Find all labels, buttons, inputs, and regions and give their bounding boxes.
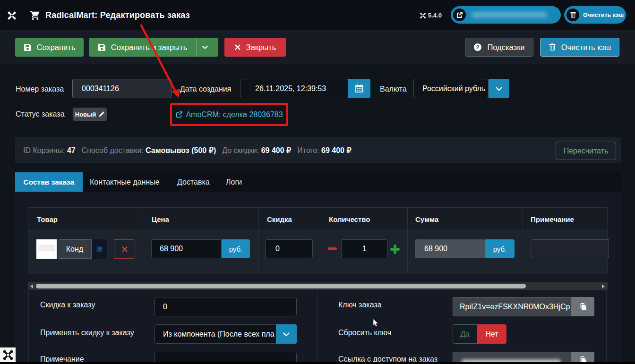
svg-text:?: ? (476, 44, 480, 50)
